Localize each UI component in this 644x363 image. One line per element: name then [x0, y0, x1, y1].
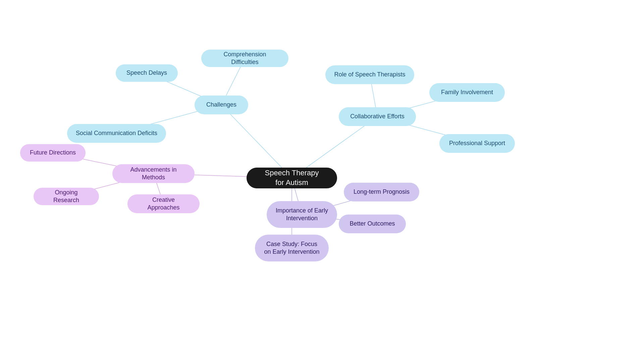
advancements-node: Advancements in Methods — [112, 164, 195, 183]
ongoing-research-node: Ongoing Research — [34, 188, 99, 205]
svg-line-0 — [221, 105, 292, 178]
family-involvement-node: Family Involvement — [429, 83, 505, 102]
future-directions-node: Future Directions — [20, 144, 86, 162]
case-study-node: Case Study: Focus on Early Intervention — [255, 235, 329, 261]
better-outcomes-node: Better Outcomes — [339, 215, 406, 233]
comprehension-node: Comprehension Difficulties — [201, 50, 288, 67]
role-therapists-node: Role of Speech Therapists — [325, 65, 414, 84]
speech-delays-node: Speech Delays — [116, 64, 178, 82]
challenges-node: Challenges — [195, 96, 248, 114]
creative-approaches-node: Creative Approaches — [127, 194, 200, 213]
center-node: Speech Therapy for Autism — [247, 168, 337, 188]
social-comm-node: Social Communication Deficits — [67, 124, 166, 143]
collaborative-node: Collaborative Efforts — [339, 107, 416, 126]
professional-support-node: Professional Support — [439, 134, 515, 153]
early-intervention-node: Importance of Early Intervention — [267, 201, 337, 228]
long-term-prognosis-node: Long-term Prognosis — [344, 183, 419, 201]
